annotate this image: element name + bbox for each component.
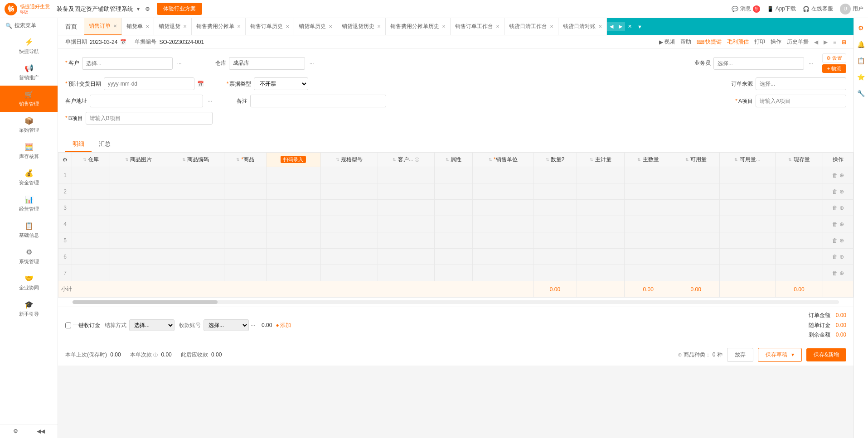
right-sidebar-settings-icon[interactable]: ⚙ [855,22,868,34]
tab-order-history[interactable]: 销售订单历史✕ [246,18,294,35]
history-btn[interactable]: 历史单据 [787,38,809,46]
tab-fee-split[interactable]: 销售费用分摊单✕ [192,18,246,35]
row1-spec[interactable] [320,167,378,183]
account-more-btn[interactable]: ··· [249,322,257,328]
shortcut-btn[interactable]: ⌨ 快捷键 [697,38,722,46]
notes-input[interactable] [250,95,386,107]
operation-btn[interactable]: 操作 [771,38,781,46]
save-new-btn[interactable]: 保存&新增 [806,348,846,361]
row1-main-qty[interactable] [625,167,672,183]
customer-input[interactable] [82,57,173,70]
staff-more-btn[interactable]: ··· [807,60,815,67]
sidebar-item-enterprise[interactable]: 🤝 企业协同 [0,270,58,296]
tab-fee-split-close[interactable]: ✕ [237,24,241,29]
delivery-calendar-icon[interactable]: 📅 [197,81,204,87]
row1-action[interactable]: 🗑 ⊕ [823,167,853,183]
a-project-input[interactable] [756,95,846,107]
tab-fee-history[interactable]: 销售费用分摊单历史✕ [386,18,451,35]
tab-prev-btn[interactable]: ◀ [607,22,616,31]
message-btn[interactable]: 💬 消息 9 [732,5,760,13]
grid-view-icon[interactable]: ≡ [833,39,836,45]
row1-unit[interactable] [472,167,533,183]
sidebar-item-sales[interactable]: 🛒 销售管理 [0,86,58,112]
warehouse-input[interactable] [229,57,305,70]
tab-return-history-close[interactable]: ✕ [377,24,381,29]
right-sidebar-bell-icon[interactable]: 🔔 [855,38,868,51]
row1-qty2[interactable] [533,167,577,183]
row1-customer-code[interactable] [378,167,434,183]
tab-daily-workbench-close[interactable]: ✕ [550,24,553,29]
system-dropdown[interactable]: ▾ [137,6,140,12]
row1-stock[interactable] [775,167,823,183]
row1-available[interactable] [672,167,720,183]
tab-return-close[interactable]: ✕ [183,24,187,29]
detail-tab-mingxi[interactable]: 明细 [65,137,92,152]
tab-return[interactable]: 销货退货✕ [154,18,192,35]
add-amount-btn[interactable]: ● 添加 [276,322,291,329]
sidebar-item-quick-nav[interactable]: ⚡ 快捷导航 [0,33,58,59]
th-settings[interactable]: ⚙ [58,153,72,167]
sidebar-item-purchase[interactable]: 📦 采购管理 [0,112,58,138]
sidebar-collapse-btn[interactable]: ◀◀ [37,428,45,434]
account-select[interactable]: 选择... [204,319,249,331]
online-support-btn[interactable]: 🎧 在线客服 [803,5,833,13]
scrollbar-track[interactable] [73,300,839,304]
row1-product[interactable] [224,167,266,183]
tab-daily-reconcile[interactable]: 钱货日清对账✕ [558,18,607,35]
row1-attr[interactable] [434,167,472,183]
tab-menu-btn[interactable]: ✕ [625,24,635,29]
settings-btn[interactable]: ⚙ 设置 [822,53,846,63]
tab-return-history[interactable]: 销货退货历史✕ [337,18,386,35]
row1-warehouse[interactable] [72,167,110,183]
sidebar-item-operations[interactable]: 📊 经营管理 [0,191,58,217]
sidebar-item-assets[interactable]: 💰 资金管理 [0,164,58,191]
warehouse-more-btn[interactable]: ··· [308,60,316,67]
tab-invoice-close[interactable]: ✕ [145,24,149,29]
scrollbar-thumb[interactable] [73,300,218,304]
staff-input[interactable] [713,57,804,70]
current-info-icon[interactable]: ⓘ [153,352,158,357]
addr-more-btn[interactable]: ··· [206,98,214,104]
profit-btn[interactable]: 毛利预估 [727,38,749,46]
pagination-prev-icon[interactable]: ◀ [814,39,818,45]
one-click-checkbox-label[interactable]: 一键收订金 [65,322,100,329]
user-btn[interactable]: U 用户 [840,4,863,14]
tab-workbench[interactable]: 销售订单工作台✕ [451,18,504,35]
search-menu-item[interactable]: 🔍 搜索菜单 [0,18,58,33]
sidebar-settings-btn[interactable]: ⚙ [13,428,18,434]
tab-invoice-history[interactable]: 销货单历史✕ [294,18,337,35]
sidebar-item-marketing[interactable]: 📢 营销推广 [0,59,58,86]
help-btn[interactable]: 帮助 [680,38,691,46]
save-draft-btn[interactable]: 保存草稿 ▾ [758,348,802,362]
tab-fee-history-close[interactable]: ✕ [442,24,446,29]
one-click-checkbox[interactable] [65,322,71,328]
pagination-next-icon[interactable]: ▶ [824,39,828,45]
settings-gear-icon[interactable]: ⚙ [145,6,150,12]
tab-sales-order-close[interactable]: ✕ [113,24,117,29]
detail-tab-huizong[interactable]: 汇总 [92,137,118,152]
save-draft-dropdown-icon[interactable]: ▾ [791,351,794,358]
row1-code[interactable] [167,167,224,183]
row1-scan[interactable] [266,167,320,183]
tab-sales-order[interactable]: 销售订单 ✕ [84,18,122,35]
tab-workbench-close[interactable]: ✕ [496,24,499,29]
calendar-icon[interactable]: 📅 [120,39,126,45]
customer-addr-input[interactable] [90,95,203,107]
industry-btn[interactable]: 体验行业方案 [157,3,202,15]
tab-daily-reconcile-close[interactable]: ✕ [598,24,602,29]
sidebar-item-basic[interactable]: 📋 基础信息 [0,217,58,243]
app-download-btn[interactable]: 📱 App下载 [767,5,796,13]
th-scan[interactable]: 扫码录入 [266,153,320,167]
tab-order-history-close[interactable]: ✕ [286,24,289,29]
view-btn[interactable]: ▶ 视频 [659,38,675,46]
tab-daily-workbench[interactable]: 钱货日清工作台✕ [504,18,558,35]
b-project-input[interactable] [86,112,213,125]
tab-home[interactable]: 首页 [58,18,84,35]
order-source-input[interactable] [756,77,846,90]
tab-invoice[interactable]: 销货单✕ [122,18,154,35]
right-sidebar-clipboard-icon[interactable]: 📋 [855,54,868,67]
row1-main-unit[interactable] [577,167,624,183]
tab-invoice-history-close[interactable]: ✕ [329,24,332,29]
right-sidebar-star-icon[interactable]: ⭐ [855,71,868,83]
sidebar-item-inventory[interactable]: 🧮 库存核算 [0,138,58,164]
